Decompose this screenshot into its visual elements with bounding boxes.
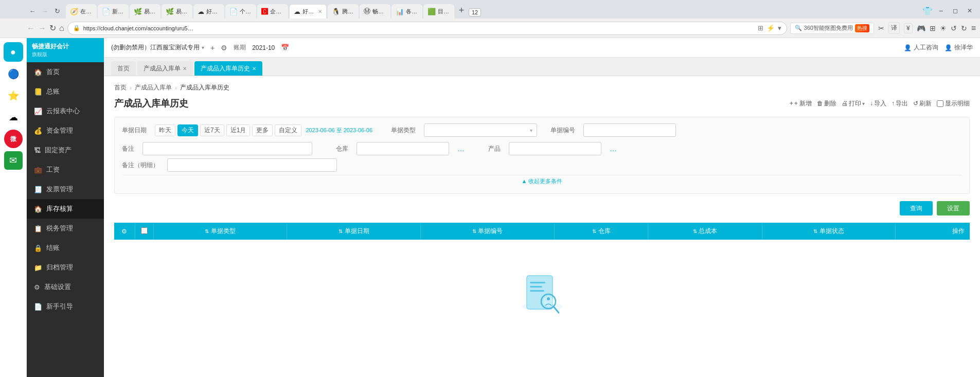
company-selector[interactable]: (勿删勿禁用）江西服宝测试专用 ▾ — [111, 43, 204, 52]
detail-note-input[interactable] — [167, 158, 337, 172]
print-button[interactable]: 🖨 打印 ▾ — [842, 99, 865, 108]
reload-button[interactable]: ↻ — [49, 23, 56, 33]
theme-icon[interactable]: ☀ — [940, 24, 947, 32]
sidebar-item-assets[interactable]: 🏗 固定资产 — [27, 140, 104, 160]
col-cost-header[interactable]: ⇅ 总成本 — [648, 223, 762, 240]
sidebar-item-settlement[interactable]: 🔒 结账 — [27, 238, 104, 258]
home-nav-button[interactable]: ⌂ — [59, 24, 64, 33]
dropdown-icon[interactable]: ▾ — [778, 24, 781, 32]
browser-tab[interactable]: ☁好… — [193, 4, 224, 19]
browser-tab[interactable]: 🌿易… — [162, 4, 192, 19]
product-filter-input[interactable] — [509, 142, 601, 155]
select-all-checkbox[interactable] — [141, 227, 148, 234]
browser-tab[interactable]: 🟩目… — [423, 4, 454, 19]
grid2-icon[interactable]: ⊞ — [930, 24, 936, 32]
nav-icon-weibo[interactable]: 微 — [4, 130, 23, 148]
col-settings-header[interactable]: ⚙ — [114, 223, 135, 240]
forward-button[interactable]: → — [39, 5, 50, 16]
tab-product-history[interactable]: 产成品入库单历史 ✕ — [194, 61, 262, 76]
tab-close-icon[interactable]: ✕ — [318, 9, 322, 14]
app-logo-icon[interactable]: ● — [4, 42, 23, 62]
human-service-button[interactable]: 👤 人工咨询 — [904, 43, 938, 52]
print-dropdown-icon[interactable]: ▾ — [862, 101, 865, 106]
sidebar-item-new-user[interactable]: 📄 新手引导 — [27, 297, 104, 316]
translate-icon[interactable]: 译 — [888, 22, 900, 34]
nav-icon-1[interactable]: 🔵 — [4, 65, 23, 83]
forward-nav-button[interactable]: → — [38, 24, 46, 33]
warehouse-dots[interactable]: … — [457, 145, 465, 153]
search-toolbar[interactable]: 🔍 360智能抠图免费用 热搜 — [790, 23, 874, 34]
display-detail-checkbox-label[interactable]: 显示明细 — [937, 99, 970, 108]
sidebar-item-tax[interactable]: 📋 税务管理 — [27, 219, 104, 238]
browser-tab[interactable]: Ⓜ畅… — [360, 4, 390, 19]
refresh-button[interactable]: ↺ 刷新 — [913, 99, 932, 108]
back-nav-button[interactable]: ← — [27, 24, 35, 33]
address-bar[interactable]: 🔒 https://cloud.chanjet.com/accounting/u… — [67, 22, 787, 35]
browser-tab[interactable]: 🐧腾… — [328, 4, 359, 19]
settings-gear-button[interactable]: ⚙ — [221, 44, 227, 52]
col-status-header[interactable]: ⇅ 单据状态 — [762, 223, 896, 240]
sidebar-item-home[interactable]: 🏠 首页 — [27, 62, 104, 82]
browser-tab[interactable]: 📄个… — [225, 4, 256, 19]
redo-icon[interactable]: ↻ — [961, 24, 967, 32]
table-settings-icon[interactable]: ⚙ — [121, 228, 127, 235]
tab-product-list[interactable]: 产成品入库单 ✕ — [137, 61, 193, 76]
tab-home[interactable]: 首页 — [111, 61, 136, 76]
history-tab-close[interactable]: ✕ — [252, 66, 256, 71]
browser-tab-active[interactable]: ☁好… ✕ — [289, 4, 327, 19]
note-filter-input[interactable] — [142, 142, 312, 155]
browser-tab[interactable]: 📊各… — [391, 4, 422, 19]
back-button[interactable]: ← — [27, 5, 38, 16]
close-button[interactable]: ✕ — [964, 5, 976, 16]
col-warehouse-header[interactable]: ⇅ 仓库 — [555, 223, 648, 240]
search-submit-button[interactable]: 查询 — [900, 201, 933, 216]
maximize-button[interactable]: ◻ — [949, 5, 961, 16]
date-custom-btn[interactable]: 自定义 — [275, 124, 301, 136]
menu-icon[interactable]: ≡ — [971, 24, 976, 33]
date-today-btn[interactable]: 今天 — [177, 124, 198, 136]
export-button[interactable]: ↑ 导出 — [892, 99, 908, 108]
number-filter-input[interactable] — [583, 123, 676, 137]
sidebar-item-basic-settings[interactable]: ⚙ 基础设置 — [27, 277, 104, 297]
collapse-filter-button[interactable]: ▲ 收起更多条件 — [522, 177, 563, 185]
list-tab-close[interactable]: ✕ — [183, 66, 187, 71]
col-type-header[interactable]: ⇅ 单据类型 — [153, 223, 287, 240]
undo-icon[interactable]: ↺ — [951, 24, 957, 32]
user-avatar[interactable]: 👤 徐泽华 — [945, 43, 973, 52]
browser-tab[interactable]: 📄新… — [98, 4, 129, 19]
sidebar-item-archive[interactable]: 📁 归档管理 — [27, 258, 104, 277]
breadcrumb-home-link[interactable]: 首页 — [114, 83, 127, 92]
type-selector[interactable]: ▾ — [424, 123, 537, 137]
sidebar-item-payroll[interactable]: 💼 工资 — [27, 160, 104, 179]
currency-icon[interactable]: ¥ — [904, 23, 913, 33]
import-button[interactable]: ↓ 导入 — [870, 99, 886, 108]
delete-button[interactable]: 🗑 删除 — [817, 99, 836, 108]
add-company-button[interactable]: + — [210, 44, 215, 52]
browser-tab[interactable]: 🅲企… — [257, 4, 288, 19]
nav-icon-mail[interactable]: ✉ — [4, 151, 23, 170]
sidebar-item-general-ledger[interactable]: 📒 总账 — [27, 82, 104, 101]
sidebar-item-cloud-report[interactable]: 📈 云报表中心 — [27, 101, 104, 121]
breadcrumb-list-link[interactable]: 产成品入库单 — [135, 83, 172, 92]
col-checkbox-header[interactable] — [135, 223, 153, 240]
setting-submit-button[interactable]: 设置 — [937, 201, 970, 216]
add-button[interactable]: + + 新增 — [790, 99, 812, 108]
col-number-header[interactable]: ⇅ 单据编号 — [421, 223, 555, 240]
date-yesterday-btn[interactable]: 昨天 — [155, 124, 175, 136]
browser-tab[interactable]: 🌿易… — [130, 4, 161, 19]
scissors-icon[interactable]: ✂ — [878, 24, 884, 32]
date-more-btn[interactable]: 更多 — [252, 124, 273, 136]
sidebar-item-fund[interactable]: 💰 资金管理 — [27, 121, 104, 140]
product-dots[interactable]: … — [610, 145, 617, 153]
nav-icon-3[interactable]: ☁ — [4, 108, 23, 127]
game-icon[interactable]: 🎮 — [917, 24, 925, 32]
warehouse-filter-input[interactable] — [357, 142, 449, 155]
date-1month-btn[interactable]: 近1月 — [226, 124, 251, 136]
browser-tab[interactable]: 🧭在… — [66, 4, 97, 19]
col-date-header[interactable]: ⇅ 单据日期 — [287, 223, 421, 240]
date-7day-btn[interactable]: 近7天 — [200, 124, 224, 136]
sidebar-item-inventory[interactable]: 🏠 库存核算 — [27, 199, 104, 219]
refresh-browser-button[interactable]: ↻ — [51, 5, 63, 16]
new-tab-button[interactable]: + — [455, 4, 468, 16]
minimize-button[interactable]: − — [935, 5, 947, 16]
